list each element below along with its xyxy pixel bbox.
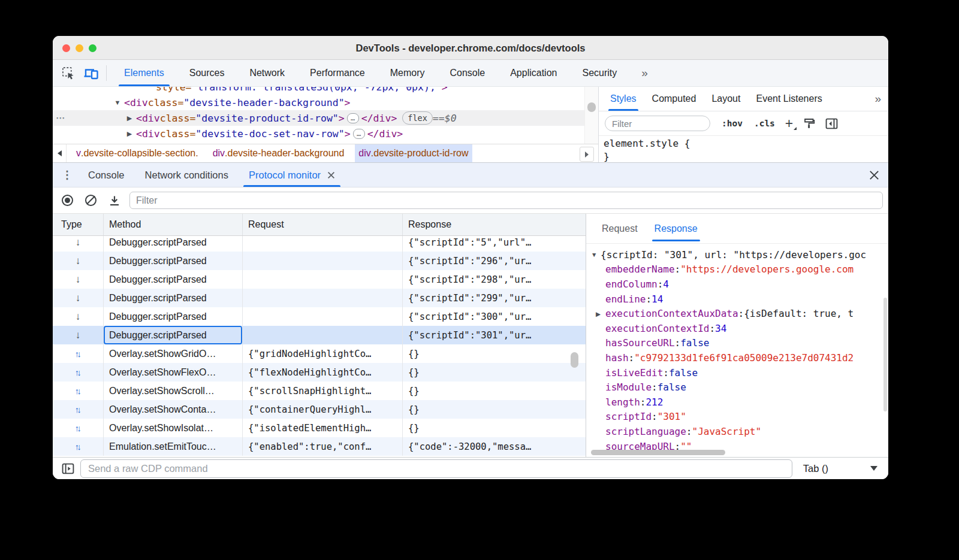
tab-application[interactable]: Application	[497, 60, 569, 86]
table-row[interactable]: ↑↓Emulation.setEmitTouc…{"enabled":true,…	[53, 437, 586, 456]
drawer-tab-console[interactable]: Console	[78, 163, 135, 187]
row-response-cell[interactable]: {"scriptId":"5","url"…	[403, 236, 586, 252]
tree-twisty-icon[interactable]: ▶	[125, 130, 134, 138]
drawer-menu-icon[interactable]: ⋮	[62, 168, 73, 181]
tab-layout[interactable]: Layout	[704, 87, 748, 111]
row-method-cell[interactable]: Overlay.setShowScroll…	[104, 382, 243, 400]
dom-tree-row[interactable]: ⋯▶<div class="devsite-product-id-row">…<…	[53, 110, 584, 126]
tab-computed[interactable]: Computed	[644, 87, 704, 111]
table-row[interactable]: ↓Debugger.scriptParsed{"scriptId":"301",…	[53, 326, 586, 344]
row-method-cell[interactable]: Debugger.scriptParsed	[104, 270, 243, 289]
row-method-cell[interactable]: Debugger.scriptParsed	[104, 236, 243, 252]
elements-scrollbar[interactable]	[584, 87, 598, 144]
json-tree-row[interactable]: scriptId: "301"	[586, 410, 888, 425]
drawer-tab-protocol-monitor[interactable]: Protocol monitor	[239, 163, 345, 187]
styles-filter-input[interactable]	[605, 116, 710, 131]
json-tree-row[interactable]: embedderName: "https://developers.google…	[586, 262, 888, 277]
row-request-cell[interactable]: {"gridNodeHighlightCo…	[243, 344, 403, 363]
device-toolbar-icon[interactable]	[83, 65, 98, 81]
detail-vscrollbar-thumb[interactable]	[883, 298, 887, 411]
table-row[interactable]: ↓Debugger.scriptParsed{"scriptId":"296",…	[53, 252, 586, 270]
toggle-sidebar-icon[interactable]	[825, 118, 838, 129]
clear-icon[interactable]	[85, 195, 96, 206]
inspect-element-icon[interactable]	[61, 65, 76, 81]
row-request-cell[interactable]	[243, 252, 403, 270]
show-sidebar-icon[interactable]	[62, 463, 74, 474]
new-style-rule-button[interactable]: +	[785, 119, 793, 128]
drawer-tab-network-conditions[interactable]: Network conditions	[135, 163, 239, 187]
breadcrumb-item[interactable]: div.devsite-header-background	[209, 144, 348, 162]
row-request-cell[interactable]: {"containerQueryHighl…	[243, 400, 403, 419]
table-row[interactable]: ↑↓Overlay.setShowConta…{"containerQueryH…	[53, 400, 586, 419]
toggle-element-state-button[interactable]: :hov	[722, 119, 743, 128]
protocol-filter-input[interactable]	[129, 192, 883, 209]
row-request-cell[interactable]: {"enabled":true,"conf…	[243, 437, 403, 456]
element-style-rule[interactable]: element.style { }	[599, 136, 888, 165]
table-row[interactable]: ↑↓Overlay.setShowFlexO…{"flexNodeHighlig…	[53, 363, 586, 382]
dom-tree-row[interactable]: ▶<div class="devsite-doc-set-nav-row">…<…	[53, 126, 584, 141]
detail-hscrollbar-thumb[interactable]	[591, 450, 725, 455]
tab-security[interactable]: Security	[569, 60, 629, 86]
tab-console[interactable]: Console	[437, 60, 497, 86]
row-response-cell[interactable]: {"scriptId":"296","ur…	[403, 252, 586, 270]
close-drawer-icon[interactable]	[869, 170, 879, 180]
row-request-cell[interactable]	[243, 307, 403, 326]
row-response-cell[interactable]: {}	[403, 382, 586, 400]
row-method-cell[interactable]: Emulation.setEmitTouc…	[104, 437, 243, 456]
table-row[interactable]: ↓Debugger.scriptParsed{"scriptId":"300",…	[53, 307, 586, 326]
target-selector-label[interactable]: Tab ()	[803, 463, 828, 474]
table-row[interactable]: ↑↓Overlay.setShowIsolat…{"isolatedElemen…	[53, 419, 586, 437]
json-tree-row[interactable]: ▼{scriptId: "301", url: "https://develop…	[586, 247, 888, 262]
target-dropdown-icon[interactable]	[870, 466, 877, 471]
json-tree-row[interactable]: endLine: 14	[586, 292, 888, 307]
row-request-cell[interactable]	[243, 270, 403, 289]
column-header-method[interactable]: Method	[104, 214, 243, 235]
row-response-cell[interactable]: {}	[403, 344, 586, 363]
json-tree-row[interactable]: hash: "c9792133d1fe6f91ca05009e213e7d074…	[586, 350, 888, 365]
table-scrollbar-thumb[interactable]	[571, 352, 578, 368]
json-tree-row[interactable]: endColumn: 4	[586, 277, 888, 292]
elements-scrollbar-thumb[interactable]	[587, 102, 596, 112]
cdp-command-input[interactable]	[80, 459, 792, 478]
dom-tree-row[interactable]: " style="transform: translate3d(0px, -72…	[53, 87, 584, 95]
tab-elements[interactable]: Elements	[111, 60, 177, 86]
expand-inline-button[interactable]: …	[347, 113, 359, 123]
row-method-cell[interactable]: Debugger.scriptParsed	[104, 326, 243, 344]
rendering-emulation-icon[interactable]	[803, 117, 815, 129]
json-twisty-icon[interactable]: ▼	[590, 251, 601, 258]
row-method-cell[interactable]: Overlay.setShowFlexO…	[104, 363, 243, 382]
table-row[interactable]: ↑↓Overlay.setShowGridO…{"gridNodeHighlig…	[53, 344, 586, 363]
row-request-cell[interactable]	[243, 236, 403, 252]
row-response-cell[interactable]: {}	[403, 400, 586, 419]
detail-tab-request[interactable]: Request	[593, 214, 646, 243]
tab-sources[interactable]: Sources	[177, 60, 237, 86]
more-panels-button[interactable]: »	[634, 60, 655, 86]
table-row[interactable]: ↓Debugger.scriptParsed{"scriptId":"298",…	[53, 270, 586, 289]
row-method-cell[interactable]: Overlay.setShowIsolat…	[104, 419, 243, 437]
json-twisty-icon[interactable]: ▶	[595, 310, 605, 317]
tree-twisty-icon[interactable]: ▼	[113, 99, 122, 106]
row-method-cell[interactable]: Debugger.scriptParsed	[104, 252, 243, 270]
row-request-cell[interactable]: {"scrollSnapHighlight…	[243, 382, 403, 400]
tab-network[interactable]: Network	[237, 60, 297, 86]
row-request-cell[interactable]	[243, 289, 403, 307]
row-response-cell[interactable]: {}	[403, 363, 586, 382]
row-response-cell[interactable]: {"scriptId":"300","ur…	[403, 307, 586, 326]
json-tree-row[interactable]: isModule: false	[586, 380, 888, 395]
table-row[interactable]: ↓Debugger.scriptParsed{"scriptId":"299",…	[53, 289, 586, 307]
row-response-cell[interactable]: {"scriptId":"298","ur…	[403, 270, 586, 289]
element-classes-button[interactable]: .cls	[754, 119, 775, 128]
row-method-cell[interactable]: Overlay.setShowConta…	[104, 400, 243, 419]
row-request-cell[interactable]: {"flexNodeHighlightCo…	[243, 363, 403, 382]
tab-styles[interactable]: Styles	[602, 87, 644, 111]
column-header-request[interactable]: Request	[243, 214, 403, 235]
json-tree-row[interactable]: scriptLanguage: "JavaScript"	[586, 424, 888, 439]
tab-event-listeners[interactable]: Event Listeners	[748, 87, 830, 111]
breadcrumb-next-button[interactable]	[580, 147, 594, 162]
expand-inline-button[interactable]: …	[353, 129, 365, 139]
row-request-cell[interactable]: {"isolatedElementHigh…	[243, 419, 403, 437]
breadcrumb-item[interactable]: v.devsite-collapsible-section.	[73, 144, 202, 162]
tab-memory[interactable]: Memory	[378, 60, 438, 86]
more-sidebar-tabs-button[interactable]: »	[874, 92, 881, 105]
breadcrumb-prev-button[interactable]	[53, 144, 67, 162]
